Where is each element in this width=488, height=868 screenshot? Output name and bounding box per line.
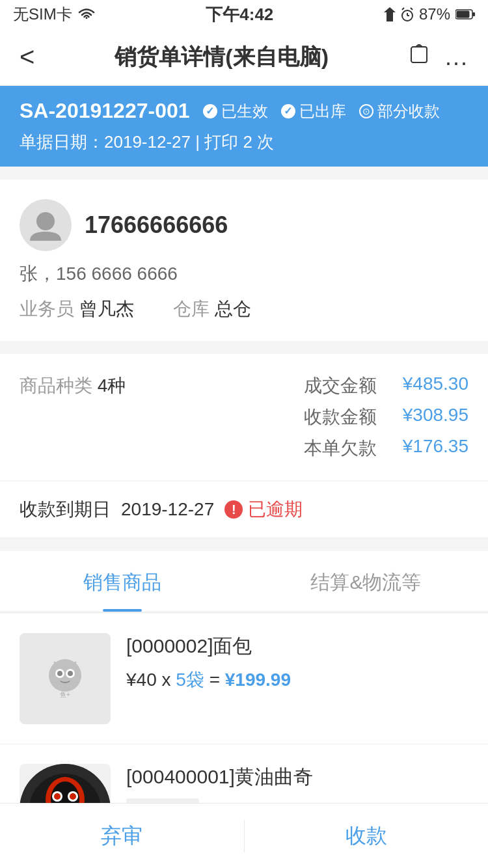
debt-value: ¥176.35 bbox=[403, 436, 468, 461]
status-right: 87% bbox=[384, 5, 475, 23]
customer-name: 张，156 6666 6666 bbox=[20, 262, 468, 286]
alarm-icon bbox=[401, 7, 414, 21]
location-icon bbox=[384, 7, 396, 21]
product-type-label: 商品种类 bbox=[20, 375, 92, 396]
badge-shipped: ✓ 已出库 bbox=[281, 101, 346, 122]
banner-date: 单据日期：2019-12-27 | 打印 2 次 bbox=[20, 131, 468, 154]
amount-value: ¥485.30 bbox=[403, 373, 468, 398]
salesperson-value: 曾凡杰 bbox=[79, 297, 134, 321]
product-placeholder: 鱼+ bbox=[20, 633, 111, 724]
svg-point-22 bbox=[70, 793, 76, 800]
overdue-icon: ! bbox=[224, 500, 243, 519]
debt-label: 本单欠款 bbox=[304, 436, 377, 461]
check-icon-2: ✓ bbox=[281, 104, 295, 118]
customer-meta: 业务员 曾凡杰 仓库 总仓 bbox=[20, 297, 468, 321]
product-total-bread: ¥199.99 bbox=[225, 670, 291, 690]
cancel-button[interactable]: 弃审 bbox=[0, 809, 244, 863]
amount-label: 成交金额 bbox=[304, 373, 377, 398]
customer-section: 17666666666 张，156 6666 6666 业务员 曾凡杰 仓库 总… bbox=[0, 180, 488, 341]
stats-section: 商品种类 4种 成交金额 ¥485.30 收款金额 ¥308.95 本单欠款 ¥… bbox=[0, 354, 488, 480]
svg-point-13 bbox=[68, 671, 73, 676]
avatar bbox=[20, 199, 72, 251]
customer-row: 17666666666 bbox=[20, 199, 468, 251]
product-name-cookie: [000400001]黄油曲奇 bbox=[126, 764, 468, 791]
received-row: 收款金额 ¥308.95 bbox=[304, 405, 468, 429]
share-button[interactable] bbox=[409, 44, 429, 70]
product-name-bread: [0000002]面包 bbox=[126, 633, 468, 660]
stats-left: 商品种类 4种 bbox=[20, 373, 126, 398]
product-qty-bread: 5袋 bbox=[176, 670, 204, 690]
collect-button[interactable]: 收款 bbox=[245, 809, 489, 863]
due-date-value: 2019-12-27 bbox=[121, 499, 214, 520]
amount-row: 成交金额 ¥485.30 bbox=[304, 373, 468, 398]
user-icon bbox=[27, 207, 64, 243]
stats-right: 成交金额 ¥485.30 收款金额 ¥308.95 本单欠款 ¥176.35 bbox=[304, 373, 468, 461]
order-id: SA-20191227-001 bbox=[20, 99, 190, 123]
badge-effective: ✓ 已生效 bbox=[203, 101, 268, 122]
tab-settlement[interactable]: 结算&物流等 bbox=[244, 551, 488, 612]
customer-phone: 17666666666 bbox=[85, 211, 228, 239]
svg-rect-5 bbox=[456, 11, 469, 18]
svg-point-21 bbox=[54, 793, 61, 800]
debt-row: 本单欠款 ¥176.35 bbox=[304, 436, 468, 461]
product-type-count: 4种 bbox=[98, 375, 126, 396]
page-title: 销货单详情(来自电脑) bbox=[115, 42, 329, 72]
badge-partial: ⊙ 部分收款 bbox=[359, 101, 440, 122]
salesperson-label: 业务员 bbox=[20, 297, 74, 321]
svg-rect-4 bbox=[472, 12, 475, 16]
due-label: 收款到期日 bbox=[20, 497, 111, 522]
svg-text:鱼+: 鱼+ bbox=[60, 691, 70, 698]
tab-sales-products[interactable]: 销售商品 bbox=[0, 551, 244, 612]
overdue-text: 已逾期 bbox=[248, 497, 303, 522]
sim-status: 无SIM卡 bbox=[13, 4, 72, 25]
received-value: ¥308.95 bbox=[403, 405, 468, 429]
product-image-bread: 鱼+ bbox=[20, 633, 111, 724]
battery-percentage: 87% bbox=[419, 5, 450, 23]
wifi-icon bbox=[77, 7, 96, 21]
product-icon: 鱼+ bbox=[39, 653, 91, 705]
svg-rect-6 bbox=[411, 47, 427, 62]
overdue-badge: ! 已逾期 bbox=[224, 497, 303, 522]
banner-row1: SA-20191227-001 ✓ 已生效 ✓ 已出库 ⊙ 部分收款 bbox=[20, 99, 468, 123]
status-bar: 无SIM卡 下午4:42 87% bbox=[0, 0, 488, 29]
received-label: 收款金额 bbox=[304, 405, 377, 429]
svg-point-9 bbox=[49, 659, 81, 692]
product-item: 鱼+ [0000002]面包 ¥40 x 5袋 = ¥199.99 bbox=[0, 614, 488, 744]
status-time: 下午4:42 bbox=[206, 3, 273, 26]
more-button[interactable]: ... bbox=[445, 44, 468, 71]
check-icon: ✓ bbox=[203, 104, 217, 118]
nav-actions: ... bbox=[409, 44, 468, 71]
svg-point-12 bbox=[57, 671, 62, 676]
back-button[interactable]: < bbox=[20, 42, 34, 72]
warehouse-value: 总仓 bbox=[215, 297, 251, 321]
warehouse-label: 仓库 bbox=[173, 297, 210, 321]
product-details-bread: [0000002]面包 ¥40 x 5袋 = ¥199.99 bbox=[126, 633, 468, 692]
nav-bar: < 销货单详情(来自电脑) ... bbox=[0, 29, 488, 86]
svg-point-8 bbox=[36, 212, 55, 230]
due-section: 收款到期日 2019-12-27 ! 已逾期 bbox=[0, 481, 488, 538]
product-price-bread: ¥40 x 5袋 = ¥199.99 bbox=[126, 668, 468, 692]
status-left: 无SIM卡 bbox=[13, 4, 96, 25]
tabs-section: 销售商品 结算&物流等 bbox=[0, 551, 488, 612]
clock-icon: ⊙ bbox=[359, 104, 373, 118]
header-banner: SA-20191227-001 ✓ 已生效 ✓ 已出库 ⊙ 部分收款 单据日期：… bbox=[0, 86, 488, 167]
battery-icon bbox=[455, 9, 475, 20]
bottom-bar: 弃审 收款 bbox=[0, 803, 488, 868]
